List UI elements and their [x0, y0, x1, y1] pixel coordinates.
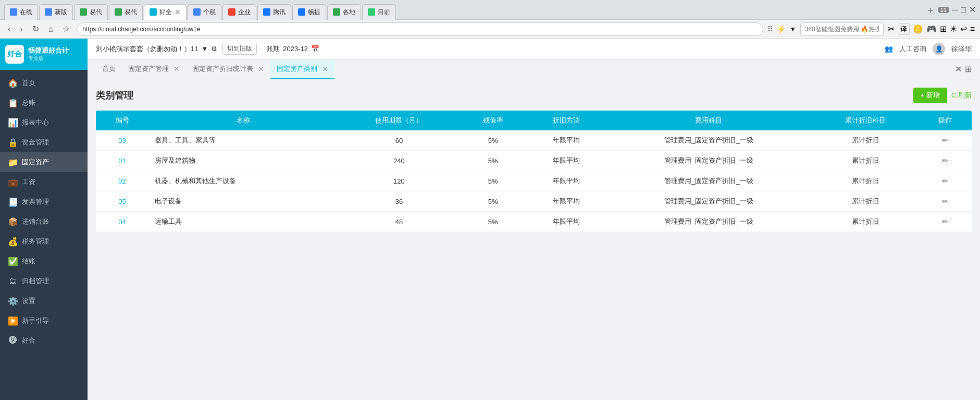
cell-accum-3: 累计折旧 — [811, 191, 919, 212]
sidebar-item-payroll[interactable]: 💼 工资 — [0, 172, 88, 192]
new-tab-btn[interactable]: ＋ — [926, 4, 935, 16]
sidebar-item-tax[interactable]: 💰 税务管理 — [0, 232, 88, 251]
tab-expand-icon[interactable]: ⊞ — [965, 64, 972, 74]
tax-icon: 💰 — [8, 237, 18, 246]
table-header-row: 编号 名称 使用期限（月） 残值率 折旧方法 费用科目 累计折旧科目 操作 — [96, 111, 972, 130]
close-tab-category-icon[interactable]: ✕ — [322, 65, 328, 73]
cell-action-1[interactable]: ✏ — [919, 151, 972, 171]
edit-button-0[interactable]: ✏ — [942, 136, 948, 144]
bookmark-button[interactable]: ☆ — [60, 23, 72, 35]
sidebar-item-guide[interactable]: ▶️ 新手引导 — [0, 311, 88, 331]
edit-button-3[interactable]: ✏ — [942, 197, 948, 205]
tab-label-2: 易代 — [90, 8, 102, 17]
browser-tab-7[interactable]: 腾讯 — [257, 4, 291, 20]
browser-tab-4[interactable]: 好全 ✕ — [144, 4, 187, 20]
page-tab-category[interactable]: 固定资产类别 ✕ — [270, 59, 334, 79]
cell-name-2: 机器、机械和其他生产设备 — [148, 171, 338, 191]
sidebar-item-invoice[interactable]: 🧾 发票管理 — [0, 192, 88, 212]
close-window-icon[interactable]: ✕ — [969, 5, 976, 15]
undo-icon[interactable]: ↩ — [960, 24, 967, 34]
cell-action-0[interactable]: ✏ — [919, 130, 972, 151]
address-bar[interactable] — [77, 22, 763, 36]
page-tab-label-fixed-assets-mgmt: 固定资产管理 — [128, 64, 169, 74]
back-button[interactable]: ‹ — [5, 23, 13, 35]
sun-icon[interactable]: ☀ — [950, 24, 957, 34]
browser-tab-1[interactable]: 新版 — [39, 4, 73, 20]
cell-code-3[interactable]: 05 — [96, 191, 148, 212]
translate-icon[interactable]: 译 — [898, 23, 910, 35]
cell-code-1[interactable]: 01 — [96, 151, 148, 171]
ledger-icon: 📋 — [8, 98, 18, 107]
search-input[interactable] — [800, 22, 884, 36]
switch-version-button[interactable]: 切到旧版 — [222, 43, 257, 55]
calendar-icon[interactable]: 📅 — [311, 45, 319, 53]
browser-tab-2[interactable]: 易代 — [74, 4, 108, 20]
sidebar-item-reports[interactable]: 📊 报表中心 — [0, 113, 88, 132]
scissors-icon[interactable]: ✂ — [888, 24, 895, 34]
sidebar-item-settings[interactable]: ⚙️ 设置 — [0, 291, 88, 311]
page-tab-home[interactable]: 首页 — [96, 59, 122, 79]
forward-button[interactable]: › — [17, 23, 25, 35]
menu-icon[interactable]: ≡ — [970, 25, 975, 34]
cell-action-3[interactable]: ✏ — [919, 191, 972, 212]
tab-icon-4 — [150, 8, 157, 16]
cell-action-4[interactable]: ✏ — [919, 212, 972, 232]
dropdown-icon[interactable]: ▼ — [790, 26, 796, 33]
home-icon: 🏠 — [8, 78, 18, 88]
haohui-icon: 🅥 — [8, 336, 18, 345]
sidebar-item-label-ledger: 总账 — [22, 98, 35, 107]
sidebar-item-ledger[interactable]: 📋 总账 — [0, 93, 88, 113]
browser-tab-5[interactable]: 个税 — [188, 4, 221, 20]
page-tab-depreciation-table[interactable]: 固定资产折旧统计表 ✕ — [186, 59, 270, 79]
add-button[interactable]: + 新增 — [913, 88, 947, 103]
sidebar-item-label-guide: 新手引导 — [22, 316, 49, 325]
sidebar-item-funds[interactable]: 🔒 资金管理 — [0, 132, 88, 152]
sidebar-item-haohui[interactable]: 🅥 好合 — [0, 331, 88, 350]
close-tab-depreciation-table-icon[interactable]: ✕ — [258, 65, 264, 73]
browser-tab-8[interactable]: 畅提 — [292, 4, 326, 20]
reports-icon: 📊 — [8, 118, 18, 127]
sidebar-item-archive[interactable]: 🗂 归档管理 — [0, 271, 88, 291]
sidebar-item-closing[interactable]: ✅ 结账 — [0, 251, 88, 271]
cell-code-4[interactable]: 04 — [96, 212, 148, 232]
tab-close-all-icon[interactable]: ✕ — [955, 64, 962, 74]
browser-toolbar: ‹ › ↻ ⌂ ☆ ⠿ ⚡ ▼ ✂ 译 🪙 🎮 ⊞ ☀ ↩ ≡ — [0, 20, 980, 39]
browser-tab-0[interactable]: 在线 — [4, 4, 38, 20]
cell-code-0[interactable]: 03 — [96, 130, 148, 151]
sidebar-item-purchase[interactable]: 📦 进销台账 — [0, 212, 88, 232]
refresh-button[interactable]: C 刷新 — [951, 91, 972, 100]
close-icon-4[interactable]: ✕ — [175, 8, 181, 16]
edit-button-4[interactable]: ✏ — [942, 217, 948, 226]
edit-button-2[interactable]: ✏ — [942, 177, 948, 185]
reload-button[interactable]: ↻ — [30, 23, 42, 35]
main-content: 刘小艳演示套套（勿删勿动！）11 ▼ ⚙ 切到旧版 账期 2023-12 📅 👥… — [88, 39, 980, 400]
home-button[interactable]: ⌂ — [46, 23, 56, 35]
browser-tab-10[interactable]: 目前 — [362, 4, 396, 20]
sidebar-item-fixed-assets[interactable]: 📁 固定资产 — [0, 152, 88, 172]
close-tab-fixed-assets-mgmt-icon[interactable]: ✕ — [173, 65, 180, 73]
sidebar-item-home[interactable]: 🏠 首页 — [0, 73, 88, 93]
browser-tab-6[interactable]: 企业 — [222, 4, 256, 20]
browser-tab-9[interactable]: 各地 — [327, 4, 361, 20]
cell-accum-1: 累计折旧 — [811, 151, 919, 171]
browser-tab-3[interactable]: 易代 — [109, 4, 143, 20]
browser-tabs: 在线 新版 易代 易代 好全 ✕ 个税 企业 腾讯 — [4, 0, 921, 20]
minimize-icon[interactable]: ─ — [952, 5, 958, 15]
logo-text-block: 畅捷通好合计 专业版 — [28, 46, 69, 63]
cell-code-2[interactable]: 02 — [96, 171, 148, 191]
sidebar-item-label-payroll: 工资 — [22, 177, 35, 187]
game-icon[interactable]: 🎮 — [926, 24, 937, 34]
maximize-icon[interactable]: □ — [961, 5, 966, 15]
grid-icon[interactable]: ⊞ — [940, 24, 947, 34]
service-icon: 👥 — [885, 45, 893, 53]
cell-rate-2: 5% — [460, 171, 526, 191]
dropdown-chevron-icon[interactable]: ▼ — [201, 45, 208, 53]
cell-action-2[interactable]: ✏ — [919, 171, 972, 191]
settings-gear-icon[interactable]: ⚙ — [211, 45, 217, 53]
cell-name-1: 房屋及建筑物 — [148, 151, 338, 171]
service-label[interactable]: 人工咨询 — [899, 44, 926, 54]
coin-icon[interactable]: 🪙 — [913, 24, 923, 34]
page-tab-fixed-assets-mgmt[interactable]: 固定资产管理 ✕ — [122, 59, 186, 79]
edit-button-1[interactable]: ✏ — [942, 156, 948, 165]
closing-icon: ✅ — [8, 257, 18, 266]
